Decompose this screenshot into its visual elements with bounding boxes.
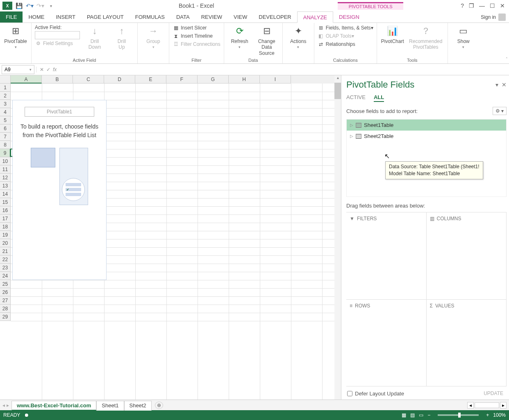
select-all-corner[interactable] bbox=[0, 75, 11, 84]
spreadsheet[interactable]: ABCDEFGHI 123456789101112131415161718192… bbox=[0, 75, 341, 400]
expand-icon[interactable]: ▷ bbox=[350, 123, 353, 127]
normal-view-icon[interactable]: ▦ bbox=[402, 412, 406, 418]
scroll-up-icon[interactable]: ▴ bbox=[334, 75, 341, 82]
columns-area[interactable]: ▥COLUMNS bbox=[427, 212, 507, 300]
pane-tab-all[interactable]: ALL bbox=[374, 94, 384, 102]
fx-icon[interactable]: fx bbox=[53, 67, 57, 72]
page-layout-view-icon[interactable]: ▤ bbox=[410, 412, 415, 418]
undo-icon[interactable]: ↶▾ bbox=[25, 2, 34, 10]
row-header[interactable]: 8 bbox=[0, 141, 11, 149]
formula-input[interactable] bbox=[60, 65, 509, 74]
pane-close-icon[interactable]: ✕ bbox=[502, 81, 507, 88]
column-header[interactable]: G bbox=[198, 75, 229, 84]
tab-formulas[interactable]: FORMULAS bbox=[130, 11, 170, 23]
pane-options-icon[interactable]: ▾ bbox=[495, 81, 498, 88]
tab-scroll-left-icon[interactable]: ◂ bbox=[2, 402, 5, 408]
tab-data[interactable]: DATA bbox=[170, 11, 195, 23]
row-header[interactable]: 2 bbox=[0, 92, 11, 100]
column-header[interactable]: C bbox=[73, 75, 104, 84]
zoom-in-icon[interactable]: + bbox=[486, 412, 489, 418]
row-header[interactable]: 20 bbox=[0, 239, 11, 247]
redo-icon[interactable]: ↷▾ bbox=[36, 2, 44, 10]
row-header[interactable]: 3 bbox=[0, 100, 11, 108]
enter-formula-icon[interactable]: ✓ bbox=[46, 67, 50, 72]
field-row[interactable]: ▷Sheet2Table bbox=[347, 131, 506, 142]
row-header[interactable]: 29 bbox=[0, 313, 11, 321]
insert-timeline-button[interactable]: ⧗Insert Timeline bbox=[173, 33, 220, 39]
pivotchart-button[interactable]: 📊PivotChart bbox=[380, 25, 405, 44]
sheet-tab[interactable]: Sheet2 bbox=[124, 401, 152, 411]
row-header[interactable]: 9 bbox=[0, 149, 11, 157]
hscroll-right-icon[interactable]: ▸ bbox=[500, 402, 507, 409]
vertical-scrollbar[interactable]: ▴ bbox=[334, 75, 341, 400]
row-header[interactable]: 27 bbox=[0, 296, 11, 305]
update-button[interactable]: UPDATE bbox=[481, 390, 506, 397]
row-header[interactable]: 14 bbox=[0, 190, 11, 198]
pivottable-button[interactable]: ⊞ PivotTable ▾ bbox=[3, 25, 28, 50]
zoom-out-icon[interactable]: − bbox=[427, 412, 430, 418]
active-field-input[interactable] bbox=[35, 31, 80, 39]
recommended-pivottables-button[interactable]: ？Recommended PivotTables bbox=[407, 25, 444, 50]
macro-record-icon[interactable]: ⏺ bbox=[24, 412, 29, 418]
refresh-button[interactable]: ⟳Refresh▾ bbox=[227, 25, 252, 50]
row-header[interactable]: 18 bbox=[0, 223, 11, 231]
olap-tools-button[interactable]: ◧OLAP Tools ▾ bbox=[318, 33, 373, 39]
expand-icon[interactable]: ▷ bbox=[350, 134, 353, 138]
row-header[interactable]: 7 bbox=[0, 133, 11, 141]
row-header[interactable]: 25 bbox=[0, 280, 11, 288]
help-icon[interactable]: ? bbox=[461, 2, 464, 9]
tab-developer[interactable]: DEVELOPER bbox=[253, 11, 297, 23]
tab-review[interactable]: REVIEW bbox=[195, 11, 228, 23]
field-list-options-button[interactable]: ⚙ ▾ bbox=[493, 107, 507, 115]
tab-analyze[interactable]: ANALYZE bbox=[297, 11, 333, 23]
column-header[interactable]: F bbox=[166, 75, 198, 84]
row-header[interactable]: 11 bbox=[0, 165, 11, 174]
row-header[interactable]: 1 bbox=[0, 84, 11, 92]
tab-home[interactable]: HOME bbox=[23, 11, 50, 23]
row-header[interactable]: 16 bbox=[0, 206, 11, 215]
cell-grid[interactable]: PivotTable1 To build a report, choose fi… bbox=[11, 84, 334, 400]
row-header[interactable]: 12 bbox=[0, 174, 11, 182]
field-settings-button[interactable]: ⚙Field Settings bbox=[35, 40, 80, 47]
tab-scroll-right-icon[interactable]: ▸ bbox=[7, 402, 9, 408]
drill-down-button[interactable]: ↓Drill Down bbox=[82, 25, 107, 50]
row-header[interactable]: 10 bbox=[0, 157, 11, 165]
close-icon[interactable]: ✕ bbox=[500, 2, 505, 9]
collapse-ribbon-icon[interactable]: ˆ bbox=[504, 56, 509, 63]
relationships-button[interactable]: ⇄Relationships bbox=[318, 41, 373, 47]
save-icon[interactable]: 💾 bbox=[15, 2, 23, 10]
values-area[interactable]: ΣVALUES bbox=[427, 300, 507, 387]
zoom-slider[interactable] bbox=[438, 414, 479, 416]
file-tab[interactable]: FILE bbox=[0, 11, 23, 23]
rows-area[interactable]: ≡ROWS bbox=[346, 300, 427, 387]
row-header[interactable]: 24 bbox=[0, 272, 11, 280]
maximize-icon[interactable]: ☐ bbox=[490, 2, 495, 9]
insert-slicer-button[interactable]: ▦Insert Slicer bbox=[173, 25, 220, 31]
tab-design[interactable]: DESIGN bbox=[333, 11, 365, 23]
new-sheet-button[interactable]: ⊕ bbox=[155, 402, 163, 409]
filters-area[interactable]: ▼FILTERS bbox=[346, 212, 427, 300]
row-header[interactable]: 6 bbox=[0, 124, 11, 133]
row-header[interactable]: 17 bbox=[0, 215, 11, 223]
column-header[interactable]: H bbox=[229, 75, 260, 84]
tab-insert[interactable]: INSERT bbox=[50, 11, 81, 23]
field-list[interactable]: ▷Sheet1Table▷Sheet2Table bbox=[346, 119, 507, 197]
customize-qat-icon[interactable]: ▾ bbox=[47, 2, 55, 10]
row-header[interactable]: 21 bbox=[0, 247, 11, 255]
row-header[interactable]: 26 bbox=[0, 288, 11, 296]
fields-items-sets-button[interactable]: ⊞Fields, Items, & Sets ▾ bbox=[318, 25, 373, 31]
filter-connections-button[interactable]: ☲Filter Connections bbox=[173, 41, 220, 47]
ribbon-display-icon[interactable]: ❐ bbox=[469, 2, 474, 9]
change-data-source-button[interactable]: ⊟Change Data Source bbox=[254, 25, 279, 56]
tab-page-layout[interactable]: PAGE LAYOUT bbox=[81, 11, 130, 23]
row-header[interactable]: 5 bbox=[0, 116, 11, 124]
hscroll-left-icon[interactable]: ◂ bbox=[467, 402, 474, 409]
defer-layout-checkbox[interactable]: Defer Layout Update bbox=[347, 391, 404, 397]
actions-button[interactable]: ✦Actions▾ bbox=[286, 25, 311, 50]
group-button[interactable]: →Group▾ bbox=[141, 25, 166, 50]
field-row[interactable]: ▷Sheet1Table bbox=[347, 120, 506, 131]
column-header[interactable]: B bbox=[42, 75, 73, 84]
scroll-thumb[interactable] bbox=[334, 83, 341, 99]
pane-tab-active[interactable]: ACTIVE bbox=[346, 94, 366, 102]
row-header[interactable]: 15 bbox=[0, 198, 11, 206]
